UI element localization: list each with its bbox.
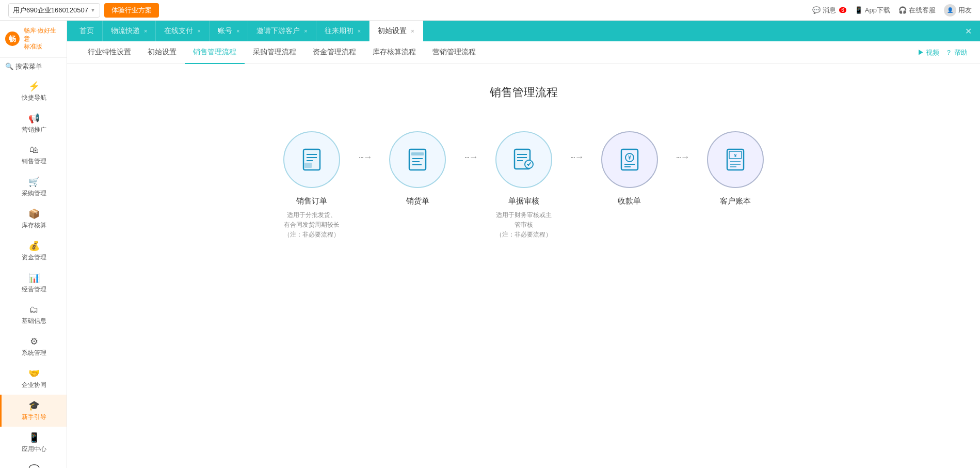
username-label: 用友 xyxy=(958,6,972,15)
sidebar-item-label: 应用中心 xyxy=(22,445,46,454)
tab-account[interactable]: 账号 × xyxy=(210,21,248,41)
sidebar-item-quick-nav[interactable]: ⚡ 快捷导航 xyxy=(0,75,67,107)
sidebar-item-basic-info[interactable]: 🗂 基础信息 xyxy=(0,299,67,331)
tab-initial-period[interactable]: 往来期初 × xyxy=(316,21,369,41)
sidebar-item-system-mgmt[interactable]: ⚙ 系统管理 xyxy=(0,331,67,363)
close-icon[interactable]: × xyxy=(411,28,414,34)
sub-tab-sales-flow[interactable]: 销售管理流程 xyxy=(185,41,245,64)
step-circle-customer-ledger[interactable]: ¥ xyxy=(707,131,764,188)
sidebar-item-label: 新手引导 xyxy=(22,413,46,422)
sidebar-item-purchase-mgmt[interactable]: 🛒 采购管理 xyxy=(0,171,67,203)
logo-icon: 畅 xyxy=(4,30,21,47)
sub-tabs-right: ▶ 视频 ？ 帮助 xyxy=(918,48,968,57)
nav-tabs: 首页 物流快递 × 在线支付 × 账号 × 邀请下游客户 × 往来期初 × xyxy=(67,21,980,41)
svg-rect-8 xyxy=(411,152,424,155)
sub-tab-finance-flow[interactable]: 资金管理流程 xyxy=(304,41,364,64)
sidebar-item-enterprise-coop[interactable]: 🤝 企业协同 xyxy=(0,363,67,395)
tab-payment[interactable]: 在线支付 × xyxy=(156,21,209,41)
step-circle-receipt[interactable]: ¥ xyxy=(601,131,658,188)
message-button[interactable]: 💬 消息 6 xyxy=(812,6,846,15)
online-service-button[interactable]: 🎧 在线客服 xyxy=(898,6,936,15)
user-profile-button[interactable]: 👤 用友 xyxy=(944,4,972,17)
arrow-3: ···→ xyxy=(570,131,583,163)
svg-text:畅: 畅 xyxy=(9,35,16,43)
wechat-icon: 💬 xyxy=(28,464,40,468)
marketing-icon: 📢 xyxy=(28,113,40,124)
tab-label: 账号 xyxy=(218,26,232,36)
tab-home[interactable]: 首页 xyxy=(71,21,103,41)
arrow-4: ···→ xyxy=(676,131,689,163)
sidebar-item-inventory[interactable]: 📦 库存核算 xyxy=(0,203,67,235)
flow-container: 销售管理流程 销售订单 xyxy=(67,64,980,261)
tab-label: 物流快递 xyxy=(111,26,140,36)
step-circle-sales-invoice[interactable] xyxy=(389,131,446,188)
sub-tab-purchase-flow[interactable]: 采购管理流程 xyxy=(245,41,304,64)
app-download-label: App下载 xyxy=(865,6,890,15)
step-circle-sales-order[interactable] xyxy=(283,131,340,188)
user-selector[interactable]: 用户690企业1660120507 ▼ xyxy=(8,3,100,18)
sidebar-item-label: 经营管理 xyxy=(22,285,46,294)
step-name: 收款单 xyxy=(618,196,641,206)
quick-nav-icon: ⚡ xyxy=(28,81,40,92)
close-icon[interactable]: × xyxy=(144,28,147,34)
flow-step-doc-review: 单据审核 适用于财务审核或主管审核（注：非必要流程） xyxy=(477,131,570,240)
tab-invite-customer[interactable]: 邀请下游客户 × xyxy=(248,21,316,41)
experience-button[interactable]: 体验行业方案 xyxy=(104,3,159,18)
sidebar-item-label: 销售管理 xyxy=(22,157,46,166)
step-name: 单据审核 xyxy=(508,196,539,206)
logo-text: 畅库·做好生意 标准版 xyxy=(24,27,62,51)
app-download-button[interactable]: 📱 App下载 xyxy=(855,6,890,15)
arrow-1: ···→ xyxy=(358,131,371,163)
user-label: 用户690企业1660120507 xyxy=(13,6,88,15)
sidebar-item-newbie-guide[interactable]: 🎓 新手引导 xyxy=(0,395,67,427)
play-icon: ▶ xyxy=(918,49,924,56)
top-bar-left: 用户690企业1660120507 ▼ 体验行业方案 xyxy=(8,3,159,18)
headset-icon: 🎧 xyxy=(898,6,907,14)
sidebar-item-label: 系统管理 xyxy=(22,349,46,357)
sidebar-search[interactable]: 🔍 搜索菜单 xyxy=(0,58,67,75)
main-layout: 畅 畅库·做好生意 标准版 🔍 搜索菜单 ⚡ 快捷导航 📢 营销推广 🛍 销售管… xyxy=(0,21,980,468)
message-label: 消息 xyxy=(823,6,836,15)
sub-tab-industry[interactable]: 行业特性设置 xyxy=(79,41,139,64)
avatar: 👤 xyxy=(944,4,956,17)
tab-logistics[interactable]: 物流快递 × xyxy=(103,21,156,41)
flow-step-receipt: ¥ 收款单 xyxy=(583,131,676,210)
purchase-icon: 🛒 xyxy=(28,176,40,188)
step-name: 客户账本 xyxy=(720,196,751,206)
tab-label: 首页 xyxy=(79,26,94,36)
sidebar-item-operation-mgmt[interactable]: 📊 经营管理 xyxy=(0,267,67,299)
sidebar-item-finance-mgmt[interactable]: 💰 资金管理 xyxy=(0,235,67,267)
basic-info-icon: 🗂 xyxy=(29,304,39,315)
message-icon: 💬 xyxy=(812,6,821,14)
question-icon: ？ xyxy=(945,49,952,56)
sales-icon: 🛍 xyxy=(29,145,39,155)
close-icon[interactable]: × xyxy=(304,28,307,34)
step-desc: 适用于财务审核或主管审核（注：非必要流程） xyxy=(496,210,552,240)
download-icon: 📱 xyxy=(855,6,863,14)
help-link[interactable]: ？ 帮助 xyxy=(945,48,968,57)
sub-tab-initial[interactable]: 初始设置 xyxy=(139,41,185,64)
sidebar-item-label: 营销推广 xyxy=(22,126,46,134)
chevron-down-icon: ▼ xyxy=(90,7,95,13)
step-circle-doc-review[interactable] xyxy=(495,131,552,188)
sales-order-icon xyxy=(298,146,325,173)
sidebar: 畅 畅库·做好生意 标准版 🔍 搜索菜单 ⚡ 快捷导航 📢 营销推广 🛍 销售管… xyxy=(0,21,67,468)
sidebar-item-label: 基础信息 xyxy=(22,317,46,325)
inventory-icon: 📦 xyxy=(28,208,40,220)
close-all-tabs-button[interactable]: ✕ xyxy=(961,26,976,36)
close-icon[interactable]: × xyxy=(358,28,361,34)
sub-tab-marketing-flow[interactable]: 营销管理流程 xyxy=(424,41,484,64)
sub-tab-inventory-flow[interactable]: 库存核算流程 xyxy=(364,41,424,64)
close-icon[interactable]: × xyxy=(197,28,200,34)
tab-initial-settings[interactable]: 初始设置 × xyxy=(369,21,423,41)
system-icon: ⚙ xyxy=(30,336,38,347)
sidebar-item-marketing-promo[interactable]: 📢 营销推广 xyxy=(0,107,67,139)
arrow-2: ···→ xyxy=(464,131,477,163)
sidebar-item-app-center[interactable]: 📱 应用中心 xyxy=(0,427,67,459)
close-icon[interactable]: × xyxy=(236,28,239,34)
sidebar-item-enterprise-wechat[interactable]: 💬 企业微信 xyxy=(0,459,67,468)
sidebar-item-sales-mgmt[interactable]: 🛍 销售管理 xyxy=(0,139,67,171)
video-link[interactable]: ▶ 视频 xyxy=(918,48,940,57)
sidebar-items: ⚡ 快捷导航 📢 营销推广 🛍 销售管理 🛒 采购管理 📦 库存核算 💰 xyxy=(0,75,67,468)
flow-title: 销售管理流程 xyxy=(490,85,558,100)
